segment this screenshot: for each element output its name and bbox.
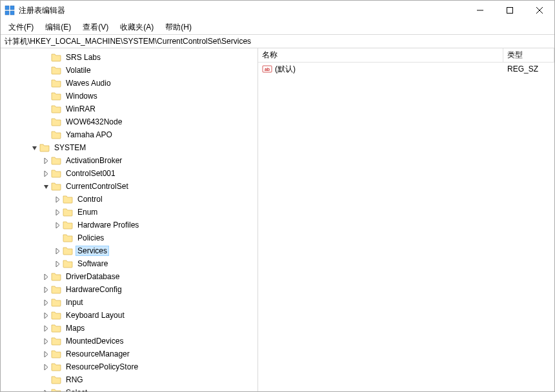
tree-item[interactable]: RNG [1,373,257,386]
tree-item[interactable]: DriverDatabase [1,270,257,283]
values-header: 名称 类型 [258,48,554,63]
folder-icon [51,387,61,391]
tree-item-label: Services [76,246,109,256]
tree-item-label: Software [76,259,110,269]
folder-icon [51,297,61,308]
expander-closed-icon[interactable] [41,362,51,372]
tree-item-label: Waves Audio [64,78,113,88]
tree-item[interactable]: Select [1,386,257,391]
folder-icon [63,207,73,217]
tree-item-label: Policies [76,233,106,243]
tree-item[interactable]: ResourceManager [1,348,257,360]
tree-item-label: RNG [64,375,85,385]
menu-favorites[interactable]: 收藏夹(A) [115,21,159,34]
tree-item[interactable]: Keyboard Layout [1,309,257,322]
expander-open-icon[interactable] [41,181,51,191]
expander-open-icon[interactable] [29,142,39,153]
menu-help[interactable]: 帮助(H) [160,21,197,34]
tree-item[interactable]: SYSTEM [1,141,257,154]
tree-item[interactable]: Windows [1,90,257,103]
expander-closed-icon[interactable] [41,168,51,179]
menu-edit[interactable]: 编辑(E) [40,21,76,34]
expander-none [41,52,51,63]
folder-icon [39,142,50,153]
tree-item[interactable]: MountedDevices [1,335,257,348]
tree-item-label: SYSTEM [52,142,88,153]
tree-item-label: Volatile [64,65,93,75]
folder-icon [51,168,61,179]
folder-icon [51,284,61,295]
expander-closed-icon[interactable] [52,207,63,217]
tree-item[interactable]: Volatile [1,64,257,77]
tree-item-label: ControlSet001 [64,168,117,179]
tree-item[interactable]: Waves Audio [1,77,257,90]
menu-file[interactable]: 文件(F) [3,21,39,34]
tree-item-label: Maps [64,323,86,333]
maximize-button[interactable] [495,1,525,20]
tree-item-label: DriverDatabase [64,271,121,282]
tree-item[interactable]: WinRAR [1,103,257,115]
window-title: 注册表编辑器 [19,5,65,16]
folder-icon [51,117,61,127]
tree-item-label: Control [76,194,105,204]
column-header-type[interactable]: 类型 [503,48,554,62]
tree-item[interactable]: Enum [1,206,257,219]
svg-text:ab: ab [265,67,270,72]
expander-closed-icon[interactable] [41,155,51,166]
tree-item[interactable]: Policies [1,231,257,244]
tree-pane[interactable]: SRS LabsVolatileWaves AudioWindowsWinRAR… [1,48,258,391]
tree-item-label: WinRAR [64,104,97,114]
address-bar[interactable]: 计算机\HKEY_LOCAL_MACHINE\SYSTEM\CurrentCon… [1,34,554,48]
tree-item-label: SRS Labs [64,52,103,63]
expander-closed-icon[interactable] [41,349,51,359]
tree-item[interactable]: WOW6432Node [1,115,257,128]
main-split: SRS LabsVolatileWaves AudioWindowsWinRAR… [1,48,554,391]
expander-closed-icon[interactable] [52,194,63,204]
tree-item[interactable]: Maps [1,322,257,335]
tree-item[interactable]: Yamaha APO [1,128,257,141]
folder-icon [51,349,61,359]
folder-icon [51,78,61,88]
svg-rect-1 [10,6,14,10]
expander-closed-icon[interactable] [52,220,63,230]
folder-icon [51,336,61,346]
folder-icon [51,310,61,320]
tree-item[interactable]: Hardware Profiles [1,219,257,231]
tree-item-label: Select [64,387,89,391]
folder-icon [51,181,61,191]
folder-icon [51,271,61,282]
tree-item-label: Hardware Profiles [76,220,141,230]
tree-item[interactable]: ResourcePolicyStore [1,360,257,373]
expander-closed-icon[interactable] [41,284,51,295]
folder-icon [51,65,61,75]
tree-item[interactable]: SRS Labs [1,51,257,64]
values-pane: 名称 类型 ab(默认)REG_SZ [258,48,554,391]
tree-item[interactable]: ActivationBroker [1,154,257,167]
expander-none [41,65,51,75]
expander-closed-icon[interactable] [41,271,51,282]
folder-icon [51,362,61,372]
tree-item[interactable]: Software [1,257,257,270]
folder-icon [63,246,73,256]
tree-item[interactable]: Services [1,244,257,257]
tree-item[interactable]: CurrentControlSet [1,180,257,193]
expander-closed-icon[interactable] [52,246,63,256]
folder-icon [63,220,73,230]
expander-closed-icon[interactable] [41,336,51,346]
tree-item[interactable]: HardwareConfig [1,283,257,296]
folder-icon [63,233,73,243]
column-header-name[interactable]: 名称 [258,48,503,62]
expander-none [41,91,51,101]
expander-closed-icon[interactable] [41,297,51,308]
tree-item[interactable]: Control [1,193,257,206]
expander-closed-icon[interactable] [52,259,63,269]
tree-item[interactable]: ControlSet001 [1,167,257,180]
minimize-button[interactable] [465,1,495,20]
tree-item[interactable]: Input [1,296,257,309]
close-button[interactable] [525,1,554,20]
menu-view[interactable]: 查看(V) [77,21,114,34]
value-row[interactable]: ab(默认)REG_SZ [258,63,554,75]
expander-closed-icon[interactable] [41,310,51,320]
expander-closed-icon[interactable] [41,323,51,333]
expander-closed-icon[interactable] [41,387,51,391]
